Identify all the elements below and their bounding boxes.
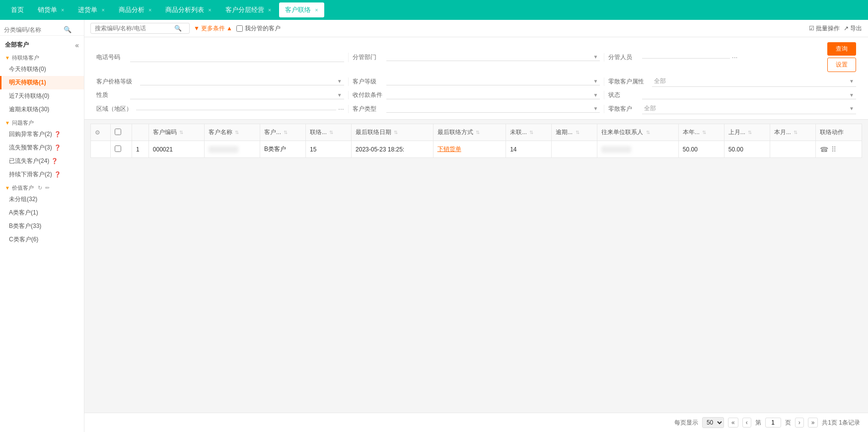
filter-dept-label: 分管部门 [353, 53, 382, 62]
sidebar-search-icon[interactable]: 🔍 [64, 26, 72, 33]
action-more-icon[interactable]: ⠿ [831, 145, 836, 153]
sidebar-item-tomorrow[interactable]: 明天待联络(1) [0, 76, 84, 89]
row-action-buttons: ☎ ⠿ [820, 145, 858, 153]
next-page-button[interactable]: › [795, 418, 804, 428]
sort-date-icon: ⇅ [394, 130, 398, 135]
sidebar-item-class-a[interactable]: A类客户(1) [0, 206, 84, 219]
query-button[interactable]: 查询 [827, 42, 856, 56]
filter-person-select[interactable] [642, 56, 730, 59]
cell-date: 2023-05-23 18:25: [352, 141, 434, 158]
close-customer-tier-icon[interactable]: × [268, 7, 271, 13]
filter-phone: 电话号码 [92, 53, 349, 62]
sidebar-item-ungrouped[interactable]: 未分组(32) [0, 193, 84, 206]
filter-nature-label: 性质 [96, 91, 126, 99]
filter-dept-select[interactable]: ▼ [386, 53, 600, 61]
export-button[interactable]: ↗ 导出 [844, 24, 862, 33]
col-last-month[interactable]: 上月... ⇅ [724, 124, 770, 141]
sidebar-item-class-b[interactable]: B类客户(33) [0, 219, 84, 233]
filter-retail-customer-select[interactable]: 全部▼ [642, 103, 856, 114]
reset-button[interactable]: 设置 [827, 58, 856, 72]
search-input[interactable] [95, 25, 174, 32]
sidebar-item-today[interactable]: 今天待联络(0) [0, 63, 84, 76]
close-goods-analysis-list-icon[interactable]: × [208, 7, 211, 13]
contact-method-link[interactable]: 下销货单 [437, 145, 461, 152]
nav-customer-tier[interactable]: 客户分层经营 × [219, 2, 277, 17]
nav-home[interactable]: 首页 [5, 2, 30, 17]
first-page-button[interactable]: « [728, 418, 738, 428]
filter-nature-select[interactable]: ▼ [130, 91, 344, 99]
nav-sales[interactable]: 销货单 × [32, 2, 70, 17]
sidebar-item-churn-warning[interactable]: 流失预警客户(3) ❓ [0, 141, 84, 154]
cell-this-month [770, 141, 815, 158]
cell-overdue [552, 141, 597, 158]
col-contact-count[interactable]: 联络... ⇅ [306, 124, 352, 141]
filter-region-select[interactable] [136, 108, 336, 110]
filter-customer-type-select[interactable]: ▼ [386, 105, 600, 113]
close-goods-analysis-icon[interactable]: × [148, 7, 151, 13]
filter-region: 区域（地区） ··· [92, 105, 349, 113]
collapse-sidebar-icon[interactable]: « [75, 41, 79, 49]
nav-customer-contact[interactable]: 客户联络 × [279, 2, 324, 17]
filter-customer-type: 客户类型 ▼ [349, 105, 605, 113]
per-page-select[interactable]: 50 [702, 417, 724, 428]
help-declining-icon[interactable]: ❓ [54, 171, 61, 178]
sidebar-item-overdue[interactable]: 逾期未联络(30) [0, 103, 84, 116]
sidebar-item-churned[interactable]: 已流失客户(24) ❓ [0, 154, 84, 168]
select-all-checkbox[interactable] [115, 129, 121, 135]
col-unit-contacts[interactable]: 往来单位联系人 ⇅ [597, 124, 679, 141]
col-overdue[interactable]: 逾期... ⇅ [552, 124, 597, 141]
close-sales-icon[interactable]: × [61, 7, 64, 13]
sidebar-item-week[interactable]: 近7天待联络(0) [0, 89, 84, 103]
page-number-input[interactable] [765, 418, 781, 428]
row-checkbox[interactable] [115, 145, 121, 152]
top-navigation: 首页 销货单 × 进货单 × 商品分析 × 商品分析列表 × 客户分层经营 × … [0, 0, 868, 20]
table-header-row: ⚙ 客户编码 ⇅ 客户名称 ⇅ 客户... ⇅ 联络... ⇅ 最后联络日期 ⇅… [91, 124, 862, 141]
batch-operation-button[interactable]: ☑ 批量操作 [809, 24, 840, 33]
gear-settings-icon[interactable]: ⚙ [95, 129, 100, 136]
filter-payment-select[interactable]: ▼ [386, 91, 600, 99]
filter-dept: 分管部门 ▼ [349, 53, 605, 62]
help-repurchase-icon[interactable]: ❓ [54, 131, 61, 138]
filter-retail-attr-select[interactable]: 全部▼ [652, 76, 856, 87]
col-last-method[interactable]: 最后联络方式 ⇅ [433, 124, 506, 141]
sidebar-search-input[interactable] [4, 26, 64, 33]
problem-triangle-icon: ▼ [5, 120, 10, 126]
filter-status-select[interactable]: ▼ [642, 91, 856, 99]
cell-name: ██████ [204, 141, 260, 158]
sort-overdue-icon: ⇅ [576, 130, 579, 135]
more-conditions-button[interactable]: ▼ 更多条件 ▲ [194, 24, 232, 33]
search-button[interactable]: 🔍 [174, 25, 182, 32]
sidebar-item-class-c[interactable]: C类客户(6) [0, 233, 84, 246]
filter-retail-customer: 零散客户 全部▼ [604, 103, 860, 114]
filter-phone-input[interactable] [130, 53, 344, 62]
value-refresh-icon[interactable]: ↻ [38, 185, 42, 191]
last-page-button[interactable]: » [808, 418, 818, 428]
close-purchase-icon[interactable]: × [101, 7, 104, 13]
col-customer-type[interactable]: 客户... ⇅ [260, 124, 305, 141]
col-this-year[interactable]: 本年... ⇅ [678, 124, 724, 141]
help-churn-icon[interactable]: ❓ [54, 144, 61, 151]
col-uncontacted[interactable]: 未联... ⇅ [506, 124, 552, 141]
sidebar-item-repurchase-abnormal[interactable]: 回购异常客户(2) ❓ [0, 128, 84, 141]
nav-purchase[interactable]: 进货单 × [72, 2, 110, 17]
filter-customer-level-select[interactable]: ▼ [386, 77, 600, 85]
prev-page-button[interactable]: ‹ [742, 418, 751, 428]
filter-region-dots[interactable]: ··· [338, 105, 344, 113]
col-this-month[interactable]: 本月... ⇅ [770, 124, 815, 141]
nav-goods-analysis[interactable]: 商品分析 × [113, 2, 157, 17]
help-churned-icon[interactable]: ❓ [51, 158, 58, 164]
filter-person-label: 分管人员 [608, 53, 638, 62]
nav-goods-analysis-list[interactable]: 商品分析列表 × [159, 2, 217, 17]
action-contact-icon[interactable]: ☎ [820, 145, 828, 153]
page-unit: 页 [785, 419, 791, 427]
close-customer-contact-icon[interactable]: × [315, 7, 318, 13]
sidebar-item-declining[interactable]: 持续下滑客户(2) ❓ [0, 168, 84, 181]
all-customers-section[interactable]: 全部客户 « [0, 39, 84, 51]
filter-price-level-select[interactable]: ▼ [140, 77, 344, 85]
value-edit-icon[interactable]: ✏ [45, 185, 50, 191]
filter-person-dots[interactable]: ··· [732, 53, 738, 61]
col-customer-code[interactable]: 客户编码 ⇅ [148, 124, 204, 141]
col-customer-name[interactable]: 客户名称 ⇅ [204, 124, 260, 141]
my-customers-checkbox[interactable] [236, 25, 243, 32]
col-last-date[interactable]: 最后联络日期 ⇅ [352, 124, 434, 141]
